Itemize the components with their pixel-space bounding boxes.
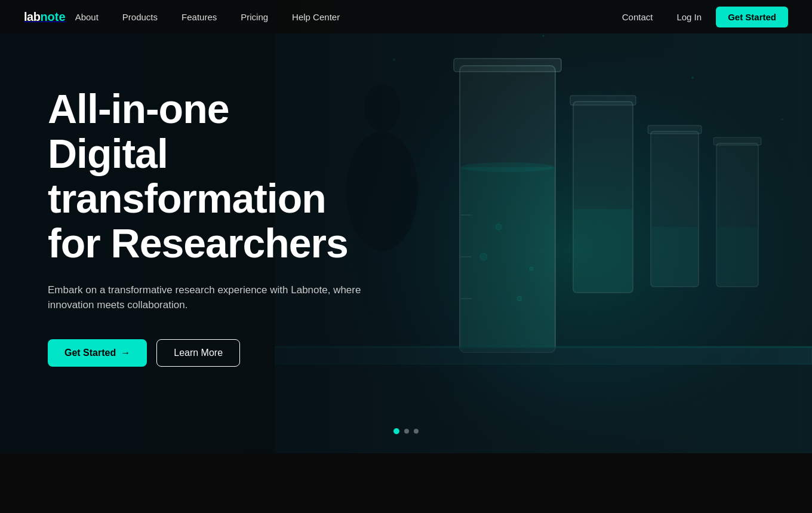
hero-title-line3: for Researchers: [48, 221, 406, 266]
nav-right: Contact Log In Get Started: [613, 7, 788, 27]
nav-link-products[interactable]: Products: [113, 7, 167, 27]
nav-links: About Products Features Pricing Help Cen…: [66, 7, 613, 27]
carousel-dots: [393, 428, 419, 434]
carousel-dot-2[interactable]: [404, 429, 409, 434]
get-started-label: Get Started: [64, 348, 116, 358]
hero-buttons: Get Started → Learn More: [48, 339, 406, 367]
hero-learn-more-button[interactable]: Learn More: [156, 339, 240, 367]
below-hero-section: [0, 453, 812, 513]
navbar: labnote About Products Features Pricing …: [0, 0, 812, 33]
hero-subtitle: Embark on a transformative research expe…: [48, 282, 394, 313]
nav-contact-link[interactable]: Contact: [613, 7, 663, 27]
nav-link-pricing[interactable]: Pricing: [231, 7, 278, 27]
hero-get-started-button[interactable]: Get Started →: [48, 339, 147, 367]
nav-get-started-button[interactable]: Get Started: [716, 7, 788, 27]
hero-section: All-in-one Digital transformation for Re…: [0, 0, 812, 453]
nav-link-features[interactable]: Features: [172, 7, 226, 27]
nav-link-about[interactable]: About: [66, 7, 108, 27]
hero-title-line2: Digital transformation: [48, 131, 406, 221]
carousel-dot-1[interactable]: [393, 428, 399, 434]
hero-title-line1: All-in-one: [48, 87, 406, 131]
hero-content: All-in-one Digital transformation for Re…: [0, 87, 454, 366]
nav-link-help[interactable]: Help Center: [282, 7, 349, 27]
nav-logo[interactable]: labnote: [24, 10, 66, 24]
carousel-dot-3[interactable]: [414, 429, 419, 434]
arrow-icon: →: [121, 348, 130, 358]
hero-title: All-in-one Digital transformation for Re…: [48, 87, 406, 265]
nav-login-link[interactable]: Log In: [667, 7, 711, 27]
